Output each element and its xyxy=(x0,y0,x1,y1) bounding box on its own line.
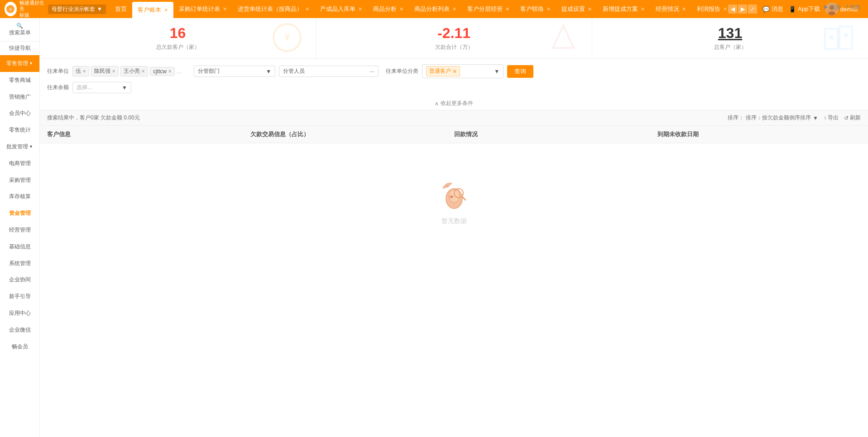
col-header-debt: 欠款交易信息（占比） xyxy=(250,130,454,138)
sidebar-item-inventory[interactable]: 库存核算 xyxy=(0,188,39,205)
sidebar-item-system[interactable]: 系统管理 xyxy=(0,255,39,272)
query-button[interactable]: 查询 xyxy=(507,65,533,78)
sidebar-item-chang-member[interactable]: 畅会员 xyxy=(0,338,39,355)
remove-tag-wu[interactable]: ✕ xyxy=(82,69,86,74)
close-icon[interactable]: ✕ xyxy=(641,6,645,12)
tab-product-analysis-list[interactable]: 商品分析列表 ✕ xyxy=(409,0,462,18)
filter-area: 往来单位 伍 ✕ 陈民强 ✕ 王小亮 xyxy=(40,59,868,110)
close-icon[interactable]: ✕ xyxy=(452,6,456,12)
sidebar-item-enterprise-collab[interactable]: 企业协同 xyxy=(0,271,39,288)
stat-total-customers: 131 总客户（家） xyxy=(592,18,868,58)
filter-more-tags[interactable]: ... xyxy=(177,68,181,75)
tab-commission-settings[interactable]: 提成设置 ✕ xyxy=(556,0,597,18)
filter-tag-cjttcw[interactable]: cjttcw ✕ xyxy=(150,67,175,76)
close-icon[interactable]: ✕ xyxy=(223,6,227,12)
table-header: 客户信息 欠款交易信息（占比） 回款情况 到期未收款日期 xyxy=(40,126,868,143)
person-filter[interactable]: 分管人员 ··· xyxy=(279,66,379,77)
close-icon[interactable]: ✕ xyxy=(358,6,362,12)
filter-tag-chen[interactable]: 陈民强 ✕ xyxy=(91,66,119,76)
sidebar-item-purchase[interactable]: 采购管理 xyxy=(0,172,39,189)
tab-home[interactable]: 首页 xyxy=(110,0,132,18)
tab-business-status[interactable]: 经营情况 ✕ xyxy=(650,0,691,18)
tab-profit-report[interactable]: 利润报告 ✕ xyxy=(691,0,726,18)
debt-total-label: 欠款合计（万） xyxy=(435,43,473,51)
results-actions: 排序： 排序：按欠款金额倒序排序 ▼ ↑ 导出 ↺ 刷新 xyxy=(728,114,861,122)
unit-tags-group: 伍 ✕ 陈民强 ✕ 王小亮 ✕ xyxy=(72,66,181,76)
debt-customers-label: 总欠款客户（家） xyxy=(156,43,200,51)
filter-tag-wu[interactable]: 伍 ✕ xyxy=(72,66,89,76)
chevron-down-icon: ▼ xyxy=(122,85,127,91)
close-icon[interactable]: ✕ xyxy=(305,6,309,12)
debt-customers-value: 16 xyxy=(170,25,186,41)
close-icon[interactable]: ✕ xyxy=(723,6,726,12)
nav-expand-btn[interactable]: ⤢ xyxy=(748,5,757,14)
sidebar-item-marketing[interactable]: 营销推广 xyxy=(0,89,39,105)
remove-tag-chen[interactable]: ✕ xyxy=(112,69,115,74)
sidebar-item-operations[interactable]: 经营管理 xyxy=(0,222,39,238)
unit-filter-label: 往来单位 xyxy=(47,67,69,75)
tab-product-analysis[interactable]: 商品分析 ✕ xyxy=(368,0,409,18)
filter-row-2: 往来余额 选择... ▼ xyxy=(47,82,861,93)
collapse-filter-btn[interactable]: ∧ 收起更多条件 xyxy=(47,97,861,110)
sidebar-item-app-center[interactable]: 应用中心 xyxy=(0,305,39,322)
message-btn[interactable]: 💬 消息 xyxy=(762,5,783,13)
unit-class-filter[interactable]: 普通客户 ✕ ▼ xyxy=(422,64,504,78)
close-icon[interactable]: ✕ xyxy=(588,6,592,12)
chevron-down-icon: ▼ xyxy=(29,61,33,66)
message-icon: 💬 xyxy=(762,6,770,13)
demo-selector[interactable]: 母婴行业演示帐套 ▼ xyxy=(48,5,106,14)
sidebar-item-retail-stats[interactable]: 零售统计 xyxy=(0,122,39,138)
sidebar-item-ecommerce[interactable]: 电商管理 xyxy=(0,155,39,172)
chevron-down-icon: ▼ xyxy=(813,115,818,121)
app-download-btn[interactable]: 📱 App下载 xyxy=(789,5,820,13)
chevron-up-icon: ∧ xyxy=(435,100,439,107)
sidebar: 🔍 搜索菜单 快捷导航 零售管理 ▼ 零售商城 营销推广 会员中心 xyxy=(0,18,40,437)
empty-icon xyxy=(436,180,472,217)
logo-area: ¥ 畅捷通好生意 标版 xyxy=(5,0,44,18)
refresh-btn[interactable]: ↺ 刷新 xyxy=(844,114,861,122)
tab-customer-contact[interactable]: 客户联络 ✕ xyxy=(515,0,556,18)
empty-text: 暂无数据 xyxy=(441,217,467,225)
balance-filter[interactable]: 选择... ▼ xyxy=(72,82,131,93)
sidebar-search[interactable]: 🔍 搜索菜单 xyxy=(0,18,39,42)
total-customers-label: 总客户（家） xyxy=(714,43,747,51)
sidebar-item-retail[interactable]: 零售管理 ▼ xyxy=(0,55,39,72)
stat-debt-customers: ¥ 16 总欠款客户（家） xyxy=(40,18,316,58)
tab-purchase-stats-by-product[interactable]: 进货单统计表（按商品） ✕ xyxy=(232,0,315,18)
filter-tag-wang[interactable]: 王小亮 ✕ xyxy=(120,66,148,76)
results-info: 搜索结果中，客户0家 欠款金额 0.00元 xyxy=(47,114,140,122)
ellipsis-icon: ··· xyxy=(370,68,374,75)
balance-filter-label: 往来余额 xyxy=(47,84,69,91)
sidebar-item-member-center[interactable]: 会员中心 xyxy=(0,105,39,122)
remove-tag-wang[interactable]: ✕ xyxy=(141,69,145,74)
remove-normal-customer[interactable]: ✕ xyxy=(452,68,457,75)
sidebar-item-new-guide[interactable]: 新手引导 xyxy=(0,288,39,305)
close-icon[interactable]: ✕ xyxy=(505,6,509,12)
tab-purchase-order-stats[interactable]: 采购订单统计表 ✕ xyxy=(173,0,232,18)
svg-rect-10 xyxy=(839,26,852,49)
close-icon[interactable]: ✕ xyxy=(164,7,168,13)
nav-right-btn[interactable]: ▶ xyxy=(738,5,747,14)
search-icon: 🔍 xyxy=(16,23,23,29)
tab-production-inbound[interactable]: 产成品入库单 ✕ xyxy=(315,0,368,18)
refresh-icon: ↺ xyxy=(844,115,849,121)
sidebar-item-finance[interactable]: 资金管理 xyxy=(0,205,39,222)
tab-customer-ledger[interactable]: 客户账本 ✕ xyxy=(132,2,173,18)
close-icon[interactable]: ✕ xyxy=(399,6,403,12)
remove-tag-cjttcw[interactable]: ✕ xyxy=(168,69,172,74)
sidebar-item-basic-info[interactable]: 基础信息 xyxy=(0,238,39,255)
logo-icon: ¥ xyxy=(5,2,17,16)
dept-filter[interactable]: 分管部门 ▼ xyxy=(194,66,275,77)
close-icon[interactable]: ✕ xyxy=(547,6,551,12)
sidebar-item-wholesale[interactable]: 批发管理 ▼ xyxy=(0,138,39,155)
sidebar-quick-nav[interactable]: 快捷导航 xyxy=(0,42,39,55)
tab-customer-tier[interactable]: 客户分层经营 ✕ xyxy=(462,0,515,18)
nav-left-btn[interactable]: ◀ xyxy=(728,5,737,14)
close-icon[interactable]: ✕ xyxy=(682,6,686,12)
tab-new-commission[interactable]: 新增提成方案 ✕ xyxy=(597,0,650,18)
sort-select[interactable]: 排序： 排序：按欠款金额倒序排序 ▼ xyxy=(728,114,818,122)
sidebar-item-retail-mall[interactable]: 零售商城 xyxy=(0,72,39,89)
mobile-icon: 📱 xyxy=(789,6,796,13)
sidebar-item-enterprise-wechat[interactable]: 企业微信 xyxy=(0,322,39,338)
export-btn[interactable]: ↑ 导出 xyxy=(824,114,839,122)
